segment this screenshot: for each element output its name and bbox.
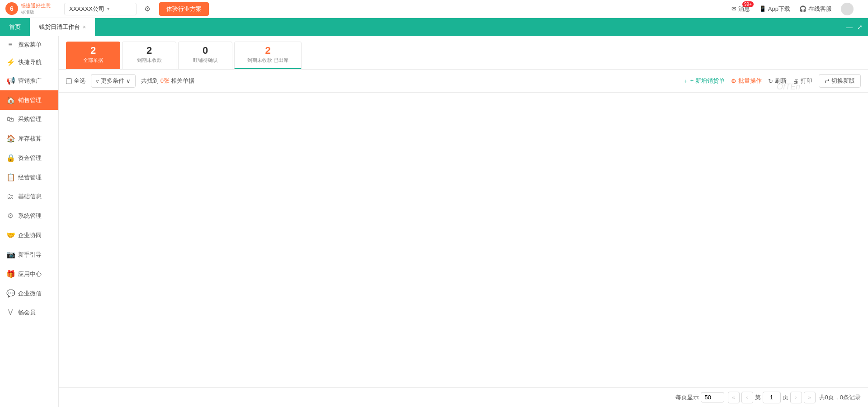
page-size-selector: 每页显示 50 100 200: [675, 392, 724, 402]
switch-version-button[interactable]: ⇄ 切换新版: [819, 74, 861, 88]
tab-home[interactable]: 首页: [0, 18, 30, 36]
stat-tab-pending[interactable]: 0 旺铺待确认: [178, 42, 232, 69]
page-number-input[interactable]: [763, 392, 781, 403]
sidebar-item-cooperation[interactable]: 🤝 企业协同: [0, 225, 58, 245]
batch-icon: ⚙: [731, 78, 736, 84]
wechat-icon: 💬: [6, 289, 14, 298]
pagination: 每页显示 50 100 200 « ‹ 第 页 › » 共0页，0条记录: [59, 387, 868, 407]
refresh-button[interactable]: ↻ 刷新: [768, 77, 787, 85]
last-page-button[interactable]: »: [804, 392, 816, 403]
filter-icon: ▿: [96, 78, 99, 84]
sidebar-label-basic: 基础信息: [18, 192, 42, 201]
select-all-input[interactable]: [66, 78, 72, 84]
sidebar-label-quick-nav: 快捷导航: [18, 58, 42, 66]
sidebar-label-purchase: 采购管理: [18, 115, 42, 123]
result-text: 共找到 0张 相关单据: [141, 77, 194, 85]
stat-label-pending: 旺铺待确认: [193, 57, 218, 64]
system-icon: ⚙: [6, 211, 14, 220]
sidebar-label-marketing: 营销推广: [18, 77, 42, 85]
settings-button[interactable]: ⚙: [140, 2, 155, 16]
cooperation-icon: 🤝: [6, 231, 14, 239]
stat-label-all: 全部单据: [83, 57, 103, 64]
top-header: 6 畅捷通好生意 标准版 XXXXXX公司 ▾ ⚙ 体验行业方案 ✉ 消息 99…: [0, 0, 868, 18]
message-icon: ✉: [731, 5, 736, 12]
search-menu-icon: ≡: [6, 41, 14, 49]
finance-icon: 🔒: [6, 154, 14, 162]
stat-label-overdue: 到期未收款: [137, 57, 162, 64]
operations-icon: 📋: [6, 173, 14, 182]
stat-num-overdue-out: 2: [265, 46, 270, 56]
avatar[interactable]: [841, 3, 854, 15]
chevron-down-icon: ▾: [107, 6, 109, 11]
sidebar-label-cooperation: 企业协同: [18, 231, 42, 239]
tab-minimize-icon[interactable]: —: [846, 23, 853, 31]
next-page-button[interactable]: ›: [790, 392, 802, 403]
sidebar-item-wechat[interactable]: 💬 企业微信: [0, 284, 58, 303]
page-navigation: « ‹ 第 页 › »: [728, 392, 816, 403]
message-badge: 99+: [742, 1, 754, 7]
app-download-button[interactable]: 📱 App下载: [759, 5, 790, 13]
header-right: ✉ 消息 99+ 📱 App下载 🎧 在线客服: [731, 3, 863, 15]
company-selector[interactable]: XXXXXX公司 ▾: [64, 3, 137, 15]
quick-nav-icon: ⚡: [6, 58, 14, 66]
sidebar-label-search-menu: 搜索菜单: [18, 41, 42, 49]
page-size-select[interactable]: 50 100 200: [701, 392, 724, 402]
sidebar-item-app-center[interactable]: 🎁 应用中心: [0, 264, 58, 284]
sidebar-item-basic[interactable]: 🗂 基础信息: [0, 187, 58, 206]
company-name: XXXXXX公司: [69, 5, 104, 13]
sales-icon: 🏠: [6, 96, 14, 104]
batch-operation-button[interactable]: ⚙ 批量操作: [731, 77, 762, 85]
sidebar-item-purchase[interactable]: 🛍 采购管理: [0, 110, 58, 129]
first-page-button[interactable]: «: [728, 392, 740, 403]
stat-tab-all[interactable]: 2 全部单据: [66, 42, 120, 69]
table-area: [59, 93, 868, 387]
print-button[interactable]: 🖨 打印: [793, 77, 812, 85]
trial-button[interactable]: 体验行业方案: [159, 2, 209, 16]
sidebar-item-member[interactable]: V 畅会员: [0, 303, 58, 322]
sidebar: ≡ 搜索菜单 ⚡ 快捷导航 📢 营销推广 🏠 销售管理 🛍 采购管理 🏠 库存核…: [0, 36, 59, 407]
message-button[interactable]: ✉ 消息 99+: [731, 5, 750, 13]
sidebar-item-system[interactable]: ⚙ 系统管理: [0, 206, 58, 225]
sidebar-label-member: 畅会员: [18, 309, 36, 317]
sidebar-item-search-menu[interactable]: ≡ 搜索菜单: [0, 36, 58, 53]
refresh-icon: ↻: [768, 78, 773, 84]
prev-page-button[interactable]: ‹: [741, 392, 753, 403]
sidebar-item-quick-nav[interactable]: ⚡ 快捷导航: [0, 53, 58, 71]
sidebar-label-inventory: 库存核算: [18, 135, 42, 143]
guide-icon: 📷: [6, 250, 14, 259]
sidebar-item-sales[interactable]: 🏠 销售管理: [0, 90, 58, 110]
tab-maximize-icon[interactable]: ⤢: [857, 23, 863, 31]
headset-icon: 🎧: [799, 5, 807, 12]
sidebar-item-marketing[interactable]: 📢 营销推广: [0, 71, 58, 90]
main-layout: ≡ 搜索菜单 ⚡ 快捷导航 📢 营销推广 🏠 销售管理 🛍 采购管理 🏠 库存核…: [0, 36, 868, 407]
stats-tabs: 2 全部单据 2 到期未收款 0 旺铺待确认 2 到期未收款 已出库: [59, 36, 868, 70]
sidebar-item-finance[interactable]: 🔒 资金管理: [0, 148, 58, 168]
content-area: 2 全部单据 2 到期未收款 0 旺铺待确认 2 到期未收款 已出库: [59, 36, 868, 407]
app-badge: 标准版: [21, 9, 51, 15]
logo-area: 6 畅捷通好生意 标准版: [5, 2, 64, 15]
sidebar-label-wechat: 企业微信: [18, 290, 42, 298]
app-name: 畅捷通好生意: [21, 2, 51, 9]
plus-icon: +: [684, 78, 688, 84]
sidebar-item-inventory[interactable]: 🏠 库存核算: [0, 129, 58, 148]
tab-close-icon[interactable]: ×: [83, 24, 86, 30]
stat-num-overdue: 2: [146, 46, 152, 56]
print-icon: 🖨: [793, 78, 799, 84]
sidebar-item-guide[interactable]: 📷 新手引导: [0, 245, 58, 264]
sidebar-label-system: 系统管理: [18, 212, 42, 220]
result-count: 0张: [160, 77, 170, 84]
select-all-checkbox[interactable]: 全选: [66, 77, 85, 85]
online-service-button[interactable]: 🎧 在线客服: [799, 5, 832, 13]
marketing-icon: 📢: [6, 76, 14, 85]
app-center-icon: 🎁: [6, 270, 14, 278]
filter-button[interactable]: ▿ 更多条件 ∨: [91, 74, 136, 88]
sidebar-label-guide: 新手引导: [18, 251, 42, 259]
stat-tab-overdue[interactable]: 2 到期未收款: [122, 42, 176, 69]
sidebar-label-operations: 经营管理: [18, 173, 42, 182]
add-order-button[interactable]: + + 新增销货单: [684, 77, 725, 85]
sidebar-item-operations[interactable]: 📋 经营管理: [0, 168, 58, 187]
phone-icon: 📱: [759, 5, 766, 12]
tab-active[interactable]: 钱货日清工作台 ×: [30, 18, 95, 36]
stat-label-overdue-out: 到期未收款 已出库: [247, 57, 288, 64]
stat-tab-overdue-out[interactable]: 2 到期未收款 已出库: [234, 42, 302, 69]
